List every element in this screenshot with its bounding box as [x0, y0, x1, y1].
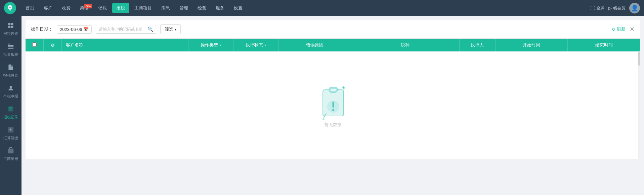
calendar-icon: 📅 [84, 27, 89, 32]
nav-manage[interactable]: 管理 [175, 3, 192, 13]
sidebar-label: 批量报税 [3, 52, 18, 57]
filter-button[interactable]: 筛选 ▾ [160, 24, 181, 34]
sidebar-item-batch-tax[interactable]: 批量报税 [0, 40, 22, 61]
annual-report-icon [7, 147, 14, 155]
refresh-icon: ↻ [612, 27, 615, 32]
user-avatar[interactable]: 👤 [629, 3, 640, 13]
svg-rect-2 [11, 23, 13, 26]
personal-tax-icon [7, 85, 14, 92]
tax-settings-icon [7, 22, 14, 30]
fullscreen-icon: ⛶ [590, 5, 595, 11]
table-header-row: ⚙ 客户名称 操作类型 ▾ [26, 39, 640, 51]
new-badge: new [84, 4, 92, 8]
sidebar-label: 报税总览 [3, 73, 18, 78]
tax-overview-icon [7, 64, 14, 72]
table-scrollbar[interactable] [638, 52, 640, 159]
col-label: 错误原因 [306, 42, 324, 48]
sidebar-label: 报税记录 [3, 115, 18, 120]
sidebar-item-personal-tax[interactable]: 个税申报 [0, 81, 22, 102]
col-checkbox[interactable] [26, 39, 44, 51]
sidebar-label: 个税申报 [3, 94, 18, 99]
member-button[interactable]: ▷ 畅会员 [608, 5, 625, 11]
col-label: 执行人 [471, 42, 484, 48]
col-start-time: 开始时间 [496, 39, 568, 51]
svg-rect-21 [332, 102, 334, 108]
empty-illustration [316, 83, 350, 122]
nav-operation[interactable]: 经营 [194, 3, 210, 13]
fullscreen-label: 全屏 [596, 5, 604, 11]
col-label: 税种 [401, 42, 410, 48]
close-button[interactable]: ✕ [630, 26, 635, 32]
svg-rect-7 [8, 48, 14, 49]
date-value: 2023-06-06 [60, 27, 82, 32]
svg-rect-4 [11, 26, 13, 28]
scrollbar-thumb[interactable] [638, 52, 640, 66]
filter-icon: ▾ [264, 43, 266, 47]
empty-text: 暂无数据 [324, 122, 342, 128]
col-label: 开始时间 [523, 42, 540, 48]
col-customer-name: 客户名称 [62, 39, 188, 51]
avatar-icon: 👤 [631, 4, 638, 12]
col-executor: 执行人 [459, 39, 496, 51]
table-body: 暂无数据 [26, 51, 640, 159]
col-label: 操作类型 [201, 42, 218, 48]
refresh-label: 刷新 [617, 26, 626, 32]
col-status[interactable]: 执行状态 ▾ [233, 39, 278, 51]
nav-tax[interactable]: 报税 [112, 3, 129, 13]
svg-rect-5 [8, 45, 14, 46]
nav-home[interactable]: 首页 [22, 3, 38, 13]
svg-rect-15 [8, 149, 14, 154]
col-gear[interactable]: ⚙ [44, 39, 62, 51]
annual-settlement-icon [7, 126, 14, 134]
col-label: 结束时间 [595, 42, 613, 48]
table-container: ⚙ 客户名称 操作类型 ▾ [26, 39, 640, 159]
svg-rect-3 [8, 26, 11, 28]
refresh-button[interactable]: ↻ 刷新 [612, 26, 626, 32]
nav-settings[interactable]: 设置 [230, 3, 247, 13]
svg-point-9 [10, 86, 12, 88]
sidebar-item-annual-report[interactable]: 工商年报 [0, 144, 22, 165]
search-box: 🔍 [96, 25, 156, 34]
nav-menu: 首页 客户 收费 票据 new 记账 报税 工商项目 消息 管理 经营 服务 设… [22, 3, 590, 13]
svg-rect-19 [331, 89, 336, 91]
svg-point-22 [332, 109, 334, 111]
svg-rect-8 [8, 44, 10, 45]
svg-rect-6 [8, 46, 14, 47]
sidebar-item-tax-settings[interactable]: 报税设置 [0, 19, 22, 40]
video-icon: ▷ [608, 6, 612, 11]
col-op-type[interactable]: 操作类型 ▾ [188, 39, 233, 51]
nav-invoice[interactable]: 票据 new [76, 3, 93, 13]
search-input[interactable] [96, 25, 145, 33]
col-error: 错误原因 [278, 39, 351, 51]
nav-business[interactable]: 工商项目 [130, 3, 156, 13]
svg-point-0 [9, 6, 11, 8]
nav-billing[interactable]: 收费 [58, 3, 75, 13]
data-table: ⚙ 客户名称 操作类型 ▾ [26, 39, 640, 159]
nav-bookkeeping[interactable]: 记账 [94, 3, 111, 13]
col-tax-type: 税种 [351, 39, 459, 51]
sidebar-label: 汇算清缴 [3, 135, 18, 141]
sidebar-label: 报税设置 [3, 31, 18, 36]
app-logo[interactable] [4, 2, 16, 14]
sidebar-item-tax-records[interactable]: 报税记录 [0, 102, 22, 123]
filter-bar: 操作日期： 2023-06-06 📅 🔍 筛选 ▾ ↻ 刷新 ✕ [26, 20, 640, 39]
col-end-time: 结束时间 [568, 39, 640, 51]
nav-message[interactable]: 消息 [157, 3, 174, 13]
top-right-tools: ⛶ 全屏 ▷ 畅会员 👤 [590, 3, 640, 13]
sidebar-item-annual-settlement[interactable]: 汇算清缴 [0, 123, 22, 144]
top-navigation: 首页 客户 收费 票据 new 记账 报税 工商项目 消息 管理 经营 服务 设… [0, 0, 644, 16]
sidebar: 报税设置 批量报税 报税总览 个税申报 报税记录 汇算清缴 工商年报 [0, 16, 22, 195]
filter-icon: ▾ [219, 43, 221, 47]
filter-label: 筛选 [165, 26, 173, 32]
select-all-checkbox[interactable] [32, 42, 37, 47]
nav-service[interactable]: 服务 [212, 3, 228, 13]
svg-marker-24 [322, 118, 325, 120]
nav-customer[interactable]: 客户 [40, 3, 56, 13]
empty-state: 暂无数据 [26, 51, 640, 159]
sidebar-item-tax-overview[interactable]: 报税总览 [0, 61, 22, 81]
search-button[interactable]: 🔍 [145, 25, 156, 33]
tax-records-icon [7, 106, 14, 113]
date-picker[interactable]: 2023-06-06 📅 [57, 25, 92, 34]
fullscreen-button[interactable]: ⛶ 全屏 [590, 5, 604, 11]
sidebar-label: 工商年报 [3, 156, 18, 161]
